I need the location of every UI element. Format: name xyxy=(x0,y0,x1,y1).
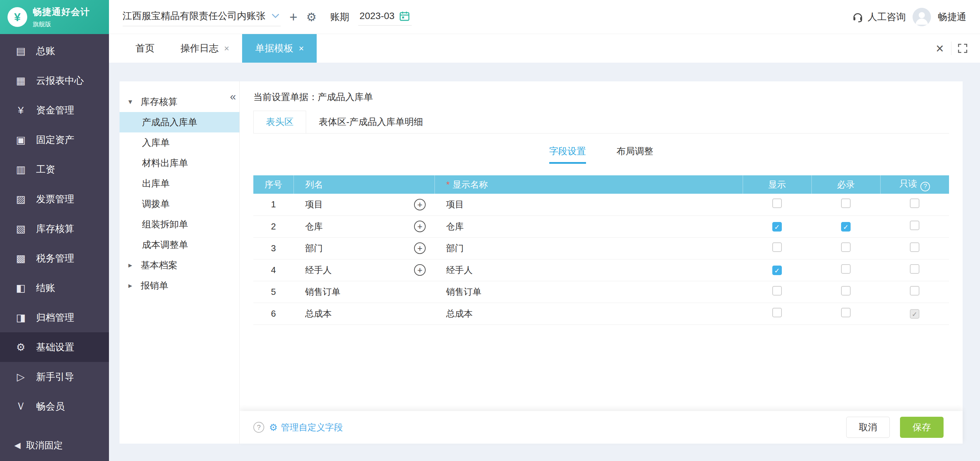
tab-home[interactable]: 首页 xyxy=(123,34,167,63)
readonly-checkbox[interactable] xyxy=(910,242,920,252)
show-checkbox[interactable] xyxy=(772,286,782,296)
sidebar-item-member[interactable]: Ｖ 畅会员 xyxy=(0,391,109,421)
manage-custom-fields-link[interactable]: ⚙ 管理自定义字段 xyxy=(269,421,343,433)
readonly-checkbox[interactable] xyxy=(910,309,920,319)
avatar[interactable] xyxy=(913,8,931,26)
close-all-tabs-button[interactable]: × xyxy=(929,41,951,56)
tree-group[interactable]: ▸ 报销单 xyxy=(119,275,239,296)
cell-required xyxy=(811,259,880,281)
cell-seq: 4 xyxy=(253,259,294,281)
required-asterisk: * xyxy=(446,180,450,190)
collapse-tree-button[interactable]: « xyxy=(230,90,236,103)
inventory-icon: ▧ xyxy=(14,223,27,235)
add-field-icon[interactable]: + xyxy=(414,221,426,232)
sidebar-item-closing[interactable]: ◧ 结账 xyxy=(0,273,109,303)
sidebar-item-fixed-assets[interactable]: ▣ 固定资产 xyxy=(0,125,109,154)
help-icon[interactable]: ? xyxy=(920,182,930,191)
sidebar-item-label: 云报表中心 xyxy=(36,74,84,87)
cancel-button[interactable]: 取消 xyxy=(846,417,890,438)
tab-close-icon[interactable]: × xyxy=(224,43,229,54)
required-checkbox[interactable] xyxy=(841,264,851,274)
sidebar-item-salary[interactable]: ▥ 工资 xyxy=(0,154,109,184)
show-checkbox[interactable] xyxy=(772,199,782,208)
region-tab[interactable]: 表体区-产成品入库单明细 xyxy=(306,111,436,133)
table-row: 4 经手人 + 经手人 xyxy=(253,259,949,281)
tree-item[interactable]: 组装拆卸单 xyxy=(119,214,239,235)
fullscreen-button[interactable] xyxy=(951,43,974,54)
tab-doc-template[interactable]: 单据模板 × xyxy=(242,34,317,63)
required-checkbox[interactable] xyxy=(841,242,851,252)
cell-readonly xyxy=(880,194,949,216)
manage-custom-fields-label: 管理自定义字段 xyxy=(281,421,343,433)
tab-controls: × xyxy=(929,34,980,63)
tab-close-icon[interactable]: × xyxy=(299,43,304,54)
cell-required xyxy=(811,281,880,303)
required-checkbox[interactable] xyxy=(841,199,851,208)
tab-operation-log[interactable]: 操作日志 × xyxy=(167,34,242,63)
support-button[interactable]: 人工咨询 xyxy=(852,11,906,24)
sidebar-unpin-label: 取消固定 xyxy=(26,439,63,451)
cell-display-name[interactable]: 经手人 xyxy=(434,259,743,281)
region-tab[interactable]: 表头区 xyxy=(253,111,306,133)
cell-required xyxy=(811,216,880,237)
cell-seq: 2 xyxy=(253,216,294,237)
cell-display-name[interactable]: 仓库 xyxy=(434,216,743,237)
cell-readonly xyxy=(880,237,949,259)
add-account-set-button[interactable]: + xyxy=(290,10,297,24)
tabbar: 首页 操作日志 × 单据模板 × × xyxy=(109,34,980,63)
sidebar-item-invoice-management[interactable]: ▨ 发票管理 xyxy=(0,184,109,214)
sidebar-item-basic-settings[interactable]: ⚙ 基础设置 xyxy=(0,332,109,362)
tree-group[interactable]: ▾ 库存核算 xyxy=(119,92,239,112)
readonly-checkbox[interactable] xyxy=(910,286,920,296)
setting-tab[interactable]: 字段设置 xyxy=(549,145,586,164)
sidebar-item-funds-management[interactable]: ¥ 资金管理 xyxy=(0,95,109,125)
sidebar-item-inventory-accounting[interactable]: ▧ 库存核算 xyxy=(0,214,109,243)
tree-item[interactable]: 调拨单 xyxy=(119,194,239,214)
tree-group[interactable]: ▸ 基本档案 xyxy=(119,255,239,275)
cell-display-name[interactable]: 项目 xyxy=(434,194,743,216)
show-checkbox[interactable] xyxy=(772,265,782,275)
show-checkbox[interactable] xyxy=(772,222,782,232)
cell-display-name[interactable]: 销售订单 xyxy=(434,281,743,303)
company-selector[interactable]: 江西服宝精品有限责任公司内账张 xyxy=(123,8,281,26)
save-button[interactable]: 保存 xyxy=(900,417,943,438)
sidebar-item-general-ledger[interactable]: ▤ 总账 xyxy=(0,36,109,66)
calendar-icon xyxy=(399,10,410,22)
add-field-icon[interactable]: + xyxy=(414,199,426,210)
show-checkbox[interactable] xyxy=(772,242,782,252)
closing-icon: ◧ xyxy=(14,282,27,294)
required-checkbox[interactable] xyxy=(841,286,851,296)
sidebar-item-cloud-report-center[interactable]: ▦ 云报表中心 xyxy=(0,66,109,95)
sidebar-unpin-button[interactable]: ◀ 取消固定 xyxy=(0,430,109,461)
setting-tab[interactable]: 布局调整 xyxy=(617,145,654,164)
tree-item[interactable]: 出库单 xyxy=(119,173,239,194)
add-field-icon[interactable]: + xyxy=(414,242,426,254)
tree-item[interactable]: 入库单 xyxy=(119,132,239,153)
show-checkbox[interactable] xyxy=(772,308,782,317)
username[interactable]: 畅捷通 xyxy=(938,11,966,24)
sidebar-item-tax-management[interactable]: ▩ 税务管理 xyxy=(0,243,109,273)
tab-label: 操作日志 xyxy=(180,42,219,55)
sidebar-item-archive-management[interactable]: ◨ 归档管理 xyxy=(0,303,109,332)
cell-display-name[interactable]: 总成本 xyxy=(434,303,743,324)
tree-item[interactable]: 材料出库单 xyxy=(119,153,239,173)
tree-item[interactable]: 产成品入库单 xyxy=(119,112,239,132)
table-row: 2 仓库 + 仓库 xyxy=(253,216,949,237)
sidebar-item-beginner-guide[interactable]: ▷ 新手引导 xyxy=(0,362,109,391)
sidebar-item-label: 归档管理 xyxy=(36,311,74,324)
cell-column-name: 部门 + xyxy=(294,237,434,259)
period-picker[interactable]: 2023-03 xyxy=(358,8,412,25)
column-name-text: 仓库 xyxy=(305,221,323,232)
question-icon[interactable]: ? xyxy=(253,422,264,433)
tree-item[interactable]: 成本调整单 xyxy=(119,235,239,255)
company-name: 江西服宝精品有限责任公司内账张 xyxy=(123,10,266,22)
account-settings-gear-icon[interactable]: ⚙ xyxy=(306,11,317,23)
readonly-checkbox[interactable] xyxy=(910,221,920,230)
cell-display-name[interactable]: 部门 xyxy=(434,237,743,259)
add-field-icon[interactable]: + xyxy=(414,264,426,276)
readonly-checkbox[interactable] xyxy=(910,264,920,274)
required-checkbox[interactable] xyxy=(841,308,851,317)
main-column: 江西服宝精品有限责任公司内账张 + ⚙ 账期 2023-03 人工咨询 畅捷通 xyxy=(109,0,980,461)
readonly-checkbox[interactable] xyxy=(910,199,920,208)
required-checkbox[interactable] xyxy=(841,222,851,232)
